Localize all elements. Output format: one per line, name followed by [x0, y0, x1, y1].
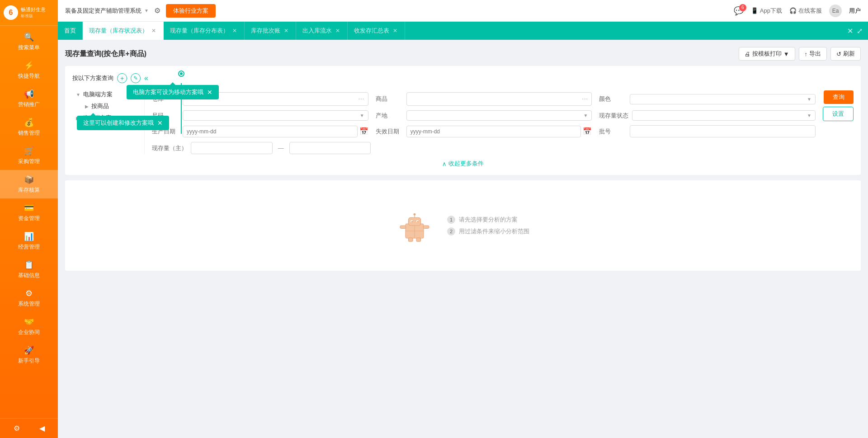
sidebar-item-inventory[interactable]: 📦 库存核算 — [0, 170, 58, 198]
tree-by-goods-label: 按商品 — [91, 102, 109, 110]
search-button[interactable]: 查询 — [824, 90, 854, 104]
finance-icon: 💳 — [24, 203, 34, 213]
edit-tooltip-text: 这里可以创建和修改方案哦 — [83, 119, 154, 127]
filter-prod-date: 生产日期 📅 — [152, 125, 368, 137]
filter-edit-scheme-button[interactable]: ✎ — [131, 73, 141, 83]
svg-rect-11 — [423, 226, 429, 228]
marketing-icon: 📢 — [24, 89, 34, 99]
main-area: 装备及固定资产辅助管理系统 ▼ ⚙ 体验行业方案 💬 6 📱 App下载 🎧 在… — [58, 0, 868, 438]
filter-quantity: 现存量（主） — — [152, 142, 371, 154]
guide-icon: 🚀 — [24, 345, 34, 355]
origin-select[interactable]: ▼ — [406, 110, 592, 121]
sidebar-item-sales[interactable]: 💰 销售管理 — [0, 113, 58, 141]
empty-icon — [396, 207, 433, 244]
sidebar-item-operations[interactable]: 📊 经营管理 — [0, 227, 58, 255]
tab-close-icon[interactable]: ✕ — [392, 27, 398, 34]
edit-tooltip: 这里可以创建和修改方案哦 ✕ — [77, 116, 169, 130]
tab-inventory-dist-label: 现存量（库存分布表） — [170, 27, 229, 35]
avatar[interactable]: Ea — [829, 5, 842, 17]
sidebar-item-marketing[interactable]: 📢 营销推广 — [0, 85, 58, 113]
svg-point-9 — [414, 213, 416, 216]
prod-date-start[interactable] — [183, 126, 358, 137]
message-badge: 6 — [739, 4, 746, 11]
tab-home-label: 首页 — [64, 27, 76, 35]
prod-date-range: 📅 — [183, 126, 368, 137]
tab-close-icon[interactable]: ✕ — [151, 27, 157, 34]
tree-by-goods[interactable]: ▶ 按商品 — [85, 100, 139, 112]
scheme-tooltip-close-button[interactable]: ✕ — [207, 89, 212, 96]
topbar-system: 装备及固定资产辅助管理系统 ▼ — [65, 7, 149, 15]
sidebar-item-basic[interactable]: 📋 基础信息 — [0, 255, 58, 284]
sidebar-item-system[interactable]: ⚙ 系统管理 — [0, 284, 58, 312]
chevron-down-icon: ▼ — [360, 113, 364, 118]
tab-inventory-dist[interactable]: 现存量（库存分布表） ✕ — [164, 22, 245, 40]
filter-add-scheme-button[interactable]: + — [117, 73, 127, 83]
svg-point-7 — [417, 221, 419, 222]
filter-row-3: 生产日期 📅 失效日期 📅 — [152, 125, 816, 137]
quantity-end-input[interactable] — [289, 142, 371, 154]
system-icon: ⚙ — [25, 288, 33, 298]
tab-collect-summary[interactable]: 收发存汇总表 ✕ — [348, 22, 405, 40]
chevron-up-icon: ∧ — [442, 160, 447, 167]
sidebar-item-label: 营销推广 — [18, 101, 40, 108]
refresh-button[interactable]: ↺ 刷新 — [830, 47, 861, 61]
color-select[interactable]: ▼ — [630, 94, 816, 104]
sidebar-item-label: 企业协同 — [18, 329, 40, 336]
filter-fields: 仓库 ··· 商品 ··· — [152, 89, 816, 154]
size-select[interactable]: ▼ — [183, 110, 368, 121]
tree-expand-icon: ▼ — [76, 92, 80, 97]
online-support-link[interactable]: 🎧 在线客服 — [789, 7, 822, 15]
experience-button[interactable]: 体验行业方案 — [166, 4, 216, 18]
svg-rect-10 — [400, 226, 406, 228]
collapse-button[interactable]: ∧ 收起更多条件 — [442, 160, 484, 168]
sidebar-item-label: 采购管理 — [18, 158, 40, 165]
tab-inventory-batch-label: 库存批次账 — [251, 27, 280, 35]
sidebar-item-search[interactable]: 🔍 搜索菜单 — [0, 28, 58, 56]
sales-icon: 💰 — [24, 118, 34, 127]
page-header: 现存量查询(按仓库+商品) 🖨 按模板打印 ▼ ↑ 导出 ↺ 刷新 — [65, 47, 861, 61]
export-button[interactable]: ↑ 导出 — [799, 47, 827, 61]
collapse-sidebar-btn[interactable]: ◀ — [38, 422, 47, 434]
svg-rect-13 — [416, 238, 421, 241]
sidebar-nav: 🔍 搜索菜单 ⚡ 快捷导航 📢 营销推广 💰 销售管理 🛒 采购管理 📦 库存核… — [0, 26, 58, 418]
empty-tips: 1 请先选择要分析的方案 2 用过滤条件来缩小分析范围 — [447, 216, 529, 235]
tab-close-icon[interactable]: ✕ — [283, 27, 289, 34]
message-btn[interactable]: 💬 6 — [734, 6, 744, 16]
topbar-gear-icon[interactable]: ⚙ — [154, 6, 160, 15]
tab-inventory-batch[interactable]: 库存批次账 ✕ — [245, 22, 296, 40]
expiry-date-start[interactable] — [406, 126, 581, 137]
tab-home[interactable]: 首页 — [58, 22, 83, 40]
page-actions: 🖨 按模板打印 ▼ ↑ 导出 ↺ 刷新 — [739, 47, 861, 61]
sidebar-item-guide[interactable]: 🚀 新手引导 — [0, 341, 58, 369]
sidebar-item-label: 系统管理 — [18, 300, 40, 308]
tab-in-out-flow-label: 出入库流水 — [302, 27, 332, 35]
dots-icon: ··· — [582, 95, 588, 103]
sidebar-item-enterprise[interactable]: 🤝 企业协同 — [0, 312, 58, 341]
tab-close-icon[interactable]: ✕ — [231, 27, 238, 34]
tab-inventory-status[interactable]: 现存量（库存状况表） ✕ — [83, 22, 164, 40]
filter-expiry-date: 失效日期 📅 — [376, 125, 592, 137]
inventory-status-select[interactable]: ▼ — [632, 110, 816, 121]
sidebar-item-finance[interactable]: 💳 资金管理 — [0, 198, 58, 227]
batch-input[interactable] — [630, 125, 816, 137]
batch-label: 批号 — [599, 127, 626, 136]
sidebar-item-label: 搜索菜单 — [18, 44, 40, 52]
edit-tooltip-close-button[interactable]: ✕ — [157, 119, 163, 127]
app-download-link[interactable]: 📱 App下载 — [751, 7, 782, 15]
filter-back-icon[interactable]: « — [144, 74, 148, 82]
template-print-button[interactable]: 🖨 按模板打印 ▼ — [739, 47, 795, 61]
settings-btn[interactable]: ⚙ — [12, 422, 22, 434]
tab-close-icon[interactable]: ✕ — [335, 27, 341, 34]
expiry-date-range: 📅 — [406, 126, 592, 137]
sidebar-item-purchase[interactable]: 🛒 采购管理 — [0, 141, 58, 170]
sidebar-item-quick[interactable]: ⚡ 快捷导航 — [0, 56, 58, 85]
quantity-start-input[interactable] — [191, 142, 273, 154]
tip-text-2: 用过滤条件来缩小分析范围 — [459, 227, 529, 235]
reset-button[interactable]: 设置 — [823, 107, 854, 121]
tab-fullscreen-icon[interactable]: ⤢ — [857, 27, 863, 35]
tab-in-out-flow[interactable]: 出入库流水 ✕ — [296, 22, 348, 40]
goods-select[interactable]: ··· — [406, 92, 592, 106]
tab-close-all-icon[interactable]: ✕ — [847, 27, 853, 35]
filter-size: 尺码 ▼ — [152, 110, 368, 121]
filter-goods: 商品 ··· — [376, 92, 592, 106]
